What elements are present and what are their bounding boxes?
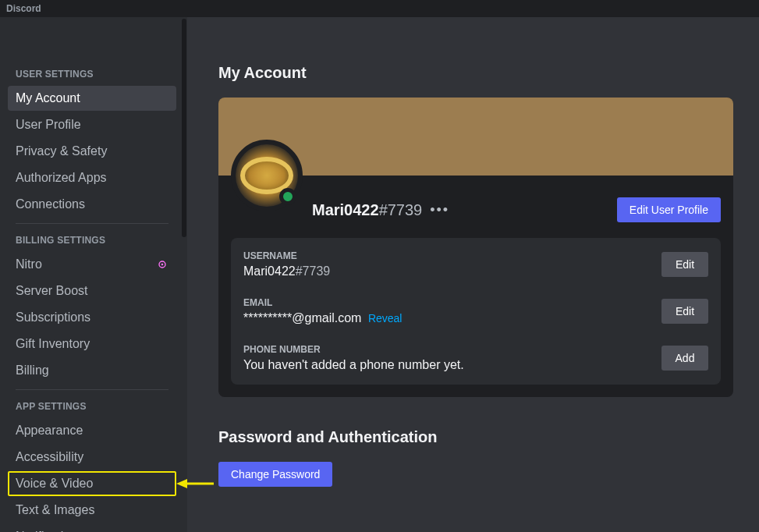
field-row-email: EMAIL **********@gmail.com Reveal Edit — [243, 297, 708, 325]
sidebar-item-privacy-safety[interactable]: Privacy & Safety — [8, 139, 176, 164]
sidebar-divider — [16, 389, 168, 390]
sidebar-item-billing[interactable]: Billing — [8, 358, 176, 383]
profile-discriminator: #7739 — [379, 201, 423, 218]
nitro-icon — [156, 258, 168, 271]
sidebar-header-billing-settings: BILLING SETTINGS — [8, 230, 176, 250]
sidebar-item-text-images[interactable]: Text & Images — [8, 498, 176, 523]
account-card: Mari0422#7739 ••• Edit User Profile USER… — [218, 98, 733, 397]
password-auth-title: Password and Authentication — [218, 428, 728, 446]
sidebar-header-app-settings: APP SETTINGS — [8, 396, 176, 417]
field-label-username: USERNAME — [243, 250, 330, 261]
profile-username: Mari0422#7739 — [312, 201, 422, 219]
add-phone-button[interactable]: Add — [661, 346, 708, 371]
field-value-email: **********@gmail.com Reveal — [243, 311, 402, 325]
edit-email-button[interactable]: Edit — [661, 299, 708, 324]
sidebar-item-connections[interactable]: Connections — [8, 192, 176, 217]
more-options-icon[interactable]: ••• — [430, 202, 449, 218]
avatar-wrap — [231, 140, 303, 211]
change-password-button[interactable]: Change Password — [218, 462, 332, 487]
sidebar-item-gift-inventory[interactable]: Gift Inventory — [8, 332, 176, 356]
sidebar-item-accessibility[interactable]: Accessibility — [8, 445, 176, 470]
sidebar-resize-divider — [181, 17, 187, 532]
sidebar-item-voice-video[interactable]: Voice & Video — [8, 471, 176, 496]
field-row-phone: PHONE NUMBER You haven't added a phone n… — [243, 344, 708, 372]
status-online-icon — [279, 188, 296, 205]
sidebar-item-authorized-apps[interactable]: Authorized Apps — [8, 165, 176, 190]
account-fields: USERNAME Mari0422#7739 Edit EMAIL ******… — [231, 238, 721, 385]
settings-content: My Account Mari0422#7739 ••• Edit User P… — [187, 17, 759, 532]
edit-user-profile-button[interactable]: Edit User Profile — [617, 197, 721, 222]
sidebar-header-user-settings: USER SETTINGS — [8, 64, 176, 84]
page-title: My Account — [218, 64, 728, 82]
app-name: Discord — [6, 3, 41, 14]
sidebar-divider — [16, 223, 168, 224]
sidebar-item-notifications[interactable]: Notifications — [8, 524, 176, 532]
settings-sidebar: USER SETTINGS My Account User Profile Pr… — [0, 17, 181, 532]
sidebar-item-my-account[interactable]: My Account — [8, 86, 176, 111]
scrollbar-thumb[interactable] — [182, 19, 186, 237]
edit-username-button[interactable]: Edit — [661, 252, 708, 277]
field-value-phone: You haven't added a phone number yet. — [243, 358, 464, 372]
sidebar-item-appearance[interactable]: Appearance — [8, 418, 176, 443]
reveal-email-link[interactable]: Reveal — [368, 312, 403, 325]
field-label-phone: PHONE NUMBER — [243, 344, 464, 355]
field-value-username: Mari0422#7739 — [243, 264, 330, 278]
sidebar-item-user-profile[interactable]: User Profile — [8, 112, 176, 137]
sidebar-item-nitro[interactable]: Nitro — [8, 252, 176, 277]
field-row-username: USERNAME Mari0422#7739 Edit — [243, 250, 708, 278]
titlebar: Discord — [0, 0, 759, 17]
scrollbar-track[interactable] — [181, 17, 187, 532]
svg-point-1 — [161, 264, 164, 266]
sidebar-item-server-boost[interactable]: Server Boost — [8, 278, 176, 303]
field-label-email: EMAIL — [243, 297, 402, 308]
sidebar-item-subscriptions[interactable]: Subscriptions — [8, 305, 176, 330]
